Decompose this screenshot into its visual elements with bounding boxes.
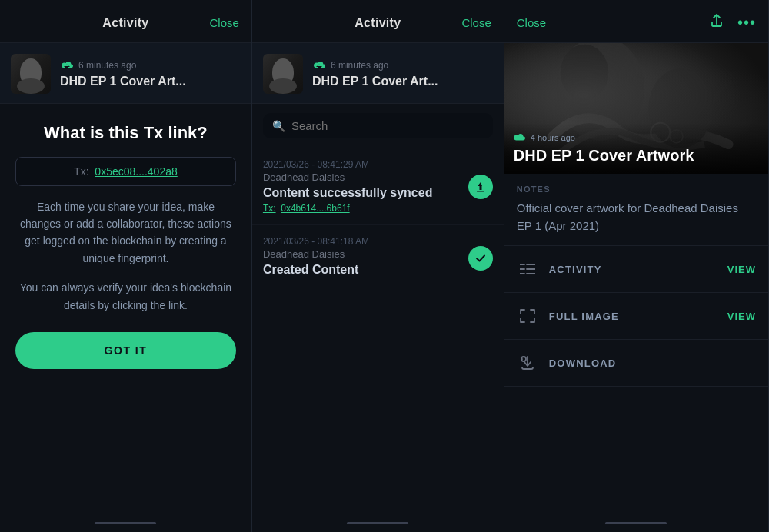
panel3-header: Close ••• <box>504 0 768 43</box>
checkmark-icon <box>475 253 486 264</box>
panel3-header-icons: ••• <box>708 12 756 33</box>
activity-item-2[interactable]: 2021/03/26 - 08:41:18 AM Deadhead Daisie… <box>252 225 504 291</box>
panel2-thumbnail <box>263 54 303 94</box>
thumbnail-image-2 <box>263 54 303 94</box>
search-bar-container: 🔍 <box>252 104 504 148</box>
activity-org-1: Deadhead Daisies <box>263 171 493 183</box>
hero-meta: 4 hours ago <box>514 132 759 143</box>
activity-timestamp-1: 2021/03/26 - 08:41:29 AM <box>263 159 493 170</box>
activity-item[interactable]: 2021/03/26 - 08:41:29 AM Deadhead Daisie… <box>252 148 504 225</box>
panel1-header: Activity Close <box>0 0 251 43</box>
activity-list: 2021/03/26 - 08:41:29 AM Deadhead Daisie… <box>252 148 504 517</box>
home-bar-indicator-2 <box>347 522 408 524</box>
thumbnail-image <box>11 54 51 94</box>
panel1-thumbnail <box>11 54 51 94</box>
panel-activity-list: Activity Close 6 minutes ago DHD EP 1 Co… <box>252 0 504 532</box>
panel2-close-button[interactable]: Close <box>461 16 491 29</box>
search-bar[interactable]: 🔍 <box>263 113 493 138</box>
panel2-header: Activity Close <box>252 0 504 43</box>
hero-image-section: 4 hours ago DHD EP 1 Cover Artwork <box>504 43 768 174</box>
download-icon <box>520 355 535 371</box>
full-image-view-button[interactable]: VIEW <box>727 311 756 322</box>
activity-view-button[interactable]: VIEW <box>727 264 756 275</box>
panel1-close-button[interactable]: Close <box>210 16 239 29</box>
tx-label-1: Tx: <box>263 203 276 214</box>
cloud-icon <box>60 59 74 71</box>
svg-point-9 <box>561 45 608 101</box>
search-icon: 🔍 <box>272 120 285 132</box>
notes-content: Official cover artwork for Deadhead Dais… <box>517 200 756 234</box>
hero-time-ago: 4 hours ago <box>531 133 575 142</box>
hero-title: DHD EP 1 Cover Artwork <box>514 146 759 165</box>
panel3-home-bar <box>504 517 768 532</box>
panel1-title: Activity <box>102 16 148 30</box>
activity-row-icon <box>517 258 538 280</box>
activity-tx-1: Tx: 0x4b614....6b61f <box>263 203 493 214</box>
panel2-time-ago: 6 minutes ago <box>331 60 388 71</box>
tx-explainer-body: What is this Tx link? Tx: 0x5ec08....402… <box>0 104 251 517</box>
notes-label: NOTES <box>517 185 756 194</box>
hero-overlay: 4 hours ago DHD EP 1 Cover Artwork <box>504 123 768 174</box>
tx-hash-link[interactable]: 0x5ec08....402a8 <box>95 165 177 178</box>
more-options-button[interactable]: ••• <box>737 14 756 32</box>
panel3-close-button[interactable]: Close <box>517 16 546 29</box>
tx-prefix: Tx: <box>74 165 88 178</box>
tx-hash-box: Tx: 0x5ec08....402a8 <box>15 157 236 186</box>
tx-description-1: Each time you share your idea, make chan… <box>15 198 236 268</box>
cloud-icon-2 <box>312 59 326 71</box>
panel-detail-view: Close ••• <box>504 0 769 532</box>
panel2-home-bar <box>252 517 504 532</box>
panel1-card-meta: 6 minutes ago <box>60 59 241 71</box>
expand-icon <box>520 309 535 323</box>
home-bar-indicator <box>95 522 156 524</box>
full-image-row-icon <box>517 305 538 327</box>
tx-hash-1[interactable]: 0x4b614....6b61f <box>281 203 349 214</box>
activity-row-label: ACTIVITY <box>549 264 727 275</box>
panel1-home-bar <box>0 517 251 532</box>
panel2-card-title: DHD EP 1 Cover Art... <box>312 75 493 88</box>
download-row-icon <box>517 352 538 374</box>
notes-section: NOTES Official cover artwork for Deadhea… <box>504 174 768 246</box>
share-button[interactable] <box>708 12 725 33</box>
list-icon <box>520 263 535 275</box>
home-bar-indicator-3 <box>605 522 667 524</box>
panel2-card-meta: 6 minutes ago <box>312 59 493 71</box>
got-it-button[interactable]: GOT IT <box>15 332 236 369</box>
panel1-card-info: 6 minutes ago DHD EP 1 Cover Art... <box>60 59 241 88</box>
svg-rect-6 <box>477 191 484 192</box>
panel1-content-card: 6 minutes ago DHD EP 1 Cover Art... <box>0 43 251 104</box>
search-input[interactable] <box>291 119 484 132</box>
activity-action-row[interactable]: ACTIVITY VIEW <box>504 246 768 293</box>
ellipsis-icon: ••• <box>737 14 756 31</box>
activity-badge-check <box>468 246 493 271</box>
panel2-title: Activity <box>355 16 401 30</box>
activity-org-2: Deadhead Daisies <box>263 248 493 260</box>
upload-icon <box>474 181 487 193</box>
activity-action-1: Content successfully synced <box>263 186 493 200</box>
share-icon <box>708 12 725 29</box>
panel1-card-title: DHD EP 1 Cover Art... <box>60 75 241 88</box>
download-row-label: DOWNLOAD <box>549 357 756 369</box>
panel1-time-ago: 6 minutes ago <box>78 60 136 71</box>
tx-description-2: You can always verify your idea's blockc… <box>15 279 236 314</box>
full-image-action-row[interactable]: FULL IMAGE VIEW <box>504 293 768 340</box>
tx-question-title: What is this Tx link? <box>44 122 208 145</box>
panel3-body: NOTES Official cover artwork for Deadhea… <box>504 174 768 517</box>
activity-badge-upload <box>468 175 493 199</box>
hero-cloud-icon <box>514 132 526 143</box>
full-image-row-label: FULL IMAGE <box>549 311 727 322</box>
panel-tx-explainer: Activity Close 6 minutes ago DHD EP 1 Co… <box>0 0 252 532</box>
download-action-row[interactable]: DOWNLOAD <box>504 340 768 387</box>
activity-timestamp-2: 2021/03/26 - 08:41:18 AM <box>263 236 493 247</box>
activity-action-2: Created Content <box>263 263 493 277</box>
panel2-card-info: 6 minutes ago DHD EP 1 Cover Art... <box>312 59 493 88</box>
panel2-content-card: 6 minutes ago DHD EP 1 Cover Art... <box>252 43 504 104</box>
